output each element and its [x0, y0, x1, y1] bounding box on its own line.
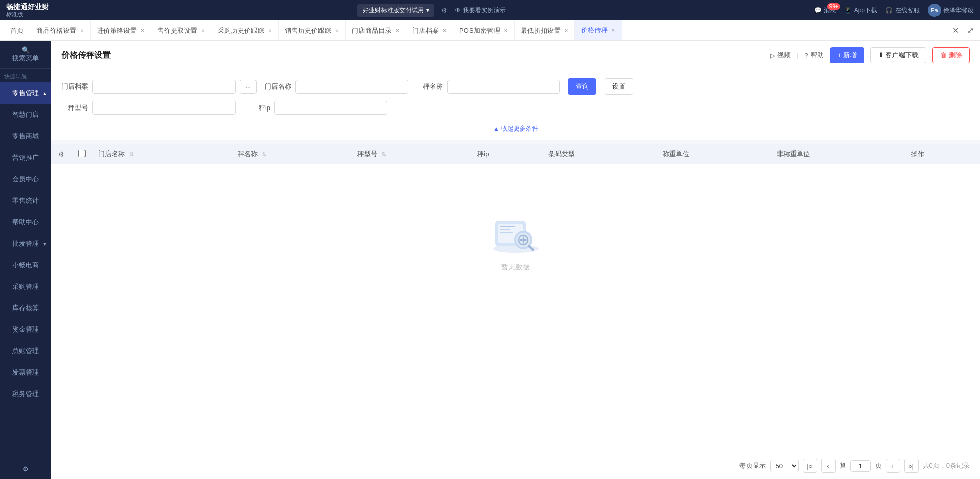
app-download-button[interactable]: 📱 App下载 [844, 6, 877, 15]
tab-pos-manage-close[interactable]: × [504, 27, 508, 34]
sidebar-item-marketing[interactable]: 营销推广 [0, 147, 51, 168]
download-icon: 📱 [844, 7, 852, 14]
tab-home[interactable]: 首页 [4, 20, 30, 41]
online-service-button[interactable]: 🎧 在线客服 [885, 6, 920, 15]
last-page-icon: »| [908, 462, 914, 470]
sort-store-name-icon[interactable]: ⇅ [129, 151, 134, 157]
filter-store-name: 门店名称 [265, 80, 408, 94]
tab-store-file-close[interactable]: × [443, 27, 446, 34]
last-page-button[interactable]: »| [904, 459, 919, 473]
search-icon: 🔍 [22, 46, 30, 54]
store-file-input[interactable] [92, 80, 236, 94]
tab-sale-history[interactable]: 销售历史价跟踪 × [279, 20, 346, 41]
sidebar-item-smart-store[interactable]: 智慧门店 [0, 104, 51, 125]
help-button[interactable]: ? 帮助 [804, 51, 823, 60]
store-file-dots-button[interactable]: ··· [240, 80, 257, 94]
sidebar-item-retail-stats[interactable]: 零售统计 [0, 190, 51, 211]
headset-icon: 🎧 [885, 7, 893, 14]
user-info[interactable]: Ea 徐泽华修改 [928, 4, 974, 17]
tab-store-catalog-close[interactable]: × [396, 27, 399, 34]
th-settings[interactable]: ⚙ [51, 144, 72, 164]
demo-label: 我要看实例演示 [463, 6, 506, 15]
page-number-input[interactable] [850, 460, 871, 472]
sidebar-item-invoice-manage[interactable]: 发票管理 [0, 362, 51, 383]
sort-scale-model-icon[interactable]: ⇅ [381, 151, 386, 157]
page-label2: 页 [875, 461, 882, 470]
delete-button[interactable]: 🗑 删除 [932, 47, 970, 63]
sidebar: 🔍 搜索菜单 快捷导航 零售管理 ▲ 智慧门店 零售商城 营销推广 会员中心 零… [0, 41, 51, 479]
scale-ip-input[interactable] [274, 101, 387, 115]
tab-purchase-history-close[interactable]: × [268, 27, 272, 34]
tab-store-file[interactable]: 门店档案 × [406, 20, 453, 41]
online-service-label: 在线客服 [895, 6, 920, 15]
tab-sale-price-close[interactable]: × [201, 27, 205, 34]
sidebar-item-retail-mall[interactable]: 零售商城 [0, 125, 51, 147]
sort-scale-name-icon[interactable]: ⇅ [262, 151, 266, 157]
settings-button[interactable]: ⚙ [437, 3, 452, 17]
sidebar-item-xiaochang-ecommerce[interactable]: 小畅电商 [0, 254, 51, 276]
th-scale-model: 秤型号 ⇅ [351, 144, 471, 164]
prev-page-button[interactable]: ‹ [821, 459, 836, 473]
sidebar-retail-stats-label: 零售统计 [12, 197, 39, 204]
page-title: 价格传秤设置 [61, 50, 111, 61]
message-button[interactable]: 💬 消息 99+ [814, 6, 836, 15]
tab-min-discount[interactable]: 最低折扣设置 × [515, 20, 575, 41]
sidebar-item-retail-manage[interactable]: 零售管理 ▲ [0, 82, 51, 104]
tab-purchase-strategy-label: 进价策略设置 [97, 26, 137, 35]
download-button[interactable]: ⬇ 客户端下载 [870, 47, 927, 63]
scale-model-input[interactable] [92, 101, 236, 115]
quick-nav-label: 快捷导航 [0, 69, 51, 82]
data-table: ⚙ 门店名称 ⇅ 秤名称 ⇅ [51, 144, 980, 164]
sidebar-item-fund-manage[interactable]: 资金管理 [0, 319, 51, 340]
sidebar-search-label: 搜索菜单 [4, 54, 47, 63]
video-button[interactable]: ▷ 视频 [770, 51, 791, 60]
message-badge: 99+ [827, 3, 840, 10]
content: 价格传秤设置 ▷ 视频 | ? 帮助 + 新增 ⬇ 客户端下载 🗑 [51, 41, 980, 479]
tab-close-all-button[interactable]: ✕ [950, 24, 961, 37]
sidebar-item-inventory[interactable]: 库存核算 [0, 297, 51, 319]
tab-purchase-strategy[interactable]: 进价策略设置 × [91, 20, 151, 41]
collapse-button[interactable]: ▲ 收起更多条件 [61, 121, 970, 136]
th-checkbox[interactable] [72, 144, 92, 164]
per-page-select[interactable]: 50 10 20 100 [770, 460, 799, 472]
sidebar-smart-store-label: 智慧门店 [12, 111, 39, 118]
tab-sale-price[interactable]: 售价提取设置 × [151, 20, 211, 41]
tab-product-price[interactable]: 商品价格设置 × [30, 20, 91, 41]
tab-store-catalog[interactable]: 门店商品目录 × [346, 20, 406, 41]
set-button[interactable]: 设置 [605, 78, 633, 95]
select-all-checkbox[interactable] [78, 150, 86, 157]
demo-button[interactable]: 👁 我要看实例演示 [455, 6, 506, 15]
play-icon: ▷ [770, 52, 775, 59]
query-button[interactable]: 查询 [568, 78, 596, 95]
sidebar-search[interactable]: 🔍 搜索菜单 [0, 41, 51, 69]
table-wrapper: ⚙ 门店名称 ⇅ 秤名称 ⇅ [51, 144, 980, 313]
tab-pos-manage[interactable]: POS加密管理 × [453, 20, 514, 41]
scale-name-input[interactable] [447, 80, 560, 94]
scale-name-label: 秤名称 [416, 82, 443, 91]
sidebar-item-batch-manage[interactable]: 批发管理 ▼ [0, 233, 51, 254]
first-page-button[interactable]: |« [803, 459, 817, 473]
tab-expand-button[interactable]: ⤢ [965, 24, 976, 37]
version-select[interactable]: 好业财标准版交付试用 ▾ [357, 4, 434, 17]
sidebar-item-purchase-manage[interactable]: 采购管理 [0, 276, 51, 297]
app-subtitle: 标准版 [6, 11, 49, 18]
next-page-button[interactable]: › [886, 459, 900, 473]
sidebar-item-member-center[interactable]: 会员中心 [0, 168, 51, 190]
sidebar-settings-button[interactable]: ⚙ [0, 459, 51, 479]
sidebar-item-accounting[interactable]: 总账管理 [0, 340, 51, 362]
tab-price-scale-close[interactable]: × [612, 27, 615, 34]
tab-price-scale[interactable]: 价格传秤 × [575, 20, 622, 41]
add-button[interactable]: + 新增 [830, 47, 864, 63]
question-icon: ? [804, 52, 808, 59]
th-scale-name: 秤名称 ⇅ [231, 144, 351, 164]
tab-purchase-strategy-close[interactable]: × [141, 27, 144, 34]
main-layout: 🔍 搜索菜单 快捷导航 零售管理 ▲ 智慧门店 零售商城 营销推广 会员中心 零… [0, 41, 980, 479]
sidebar-item-help-center[interactable]: 帮助中心 [0, 211, 51, 233]
tab-sale-history-close[interactable]: × [335, 27, 339, 34]
sidebar-item-tax-manage[interactable]: 税务管理 [0, 383, 51, 405]
tab-product-price-close[interactable]: × [80, 27, 84, 34]
tab-min-discount-close[interactable]: × [565, 27, 568, 34]
sidebar-retail-manage-label: 零售管理 [12, 89, 39, 97]
store-name-input[interactable] [295, 80, 408, 94]
tab-purchase-history[interactable]: 采购历史价跟踪 × [211, 20, 279, 41]
